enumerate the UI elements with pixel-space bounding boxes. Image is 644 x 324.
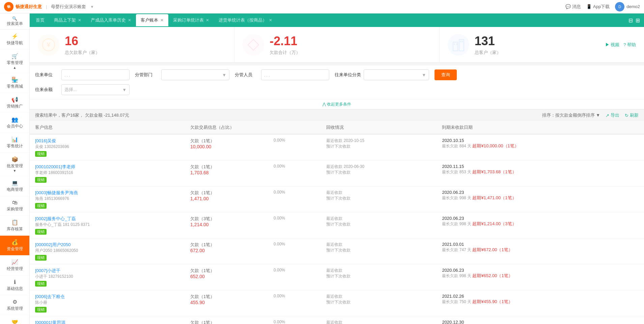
customer-name-link[interactable]: [000001]黄思源 xyxy=(35,320,179,324)
debt-amount-link[interactable]: 652.00 xyxy=(190,274,263,279)
customer-phone: 陈小册 xyxy=(35,300,179,305)
tabs-bar: 首页 商品上下架 ✕ 产成品入库单历史 ✕ 客户账本 ✕ 采购订单统计表 ✕ xyxy=(30,13,644,27)
customer-name-link[interactable]: [0016]吴俊 xyxy=(35,138,179,144)
sidebar-item-pifa[interactable]: 📦 批发管理 ▼ xyxy=(0,153,29,176)
sidebar-search[interactable]: 🔍 搜索菜单 xyxy=(0,13,29,30)
balance-select[interactable]: 选择... ▼ xyxy=(61,84,130,95)
customer-name-link[interactable]: [0007]小进干 xyxy=(35,268,179,274)
svg-marker-2 xyxy=(248,39,259,50)
tab-purchase-close[interactable]: ✕ xyxy=(206,18,209,23)
help-circle-icon: ? xyxy=(623,42,626,47)
overdue-amount-link[interactable]: 超期¥1,703.68（1笔） xyxy=(472,169,516,174)
sidebar-item-lingshouguan[interactable]: 🛒 零售管理 ▲ xyxy=(0,50,29,73)
results-actions: 排序：按欠款金额倒序排序 ▼ ↗ 导出 ↻ 刷新 xyxy=(542,112,639,118)
debt-amount-link[interactable]: 672.00 xyxy=(190,248,263,253)
customer-cell: [0001020001]李老师 李老师 18600391516 现销 xyxy=(30,160,185,186)
overdue-date: 2021.03.01 xyxy=(442,242,639,247)
tab-production[interactable]: 产成品入库单历史 ✕ xyxy=(86,14,136,26)
tab-home[interactable]: 首页 xyxy=(31,14,49,26)
customer-name-link[interactable]: [0003]畅捷服务尹海燕 xyxy=(35,190,179,196)
search-button[interactable]: 查询 xyxy=(435,69,457,80)
help-btn[interactable]: ? 帮助 xyxy=(623,42,636,48)
sidebar-label-dianshang: 电商管理 xyxy=(1,187,28,193)
overdue-amount-link[interactable]: 超期¥10,000.00（1笔） xyxy=(472,143,519,148)
money-icon: 💰 xyxy=(1,239,28,245)
stat-value-1: 16 xyxy=(65,34,100,48)
person-input[interactable]: ... xyxy=(261,69,329,80)
tab-purchase-stats[interactable]: 采购订单统计表 ✕ xyxy=(168,14,214,26)
debt-amount-link[interactable]: 10,000.00 xyxy=(190,144,263,149)
customer-name-link[interactable]: [0002]服务中心_丁磊 xyxy=(35,216,179,222)
status-badge: 现销 xyxy=(35,255,47,261)
debt-amount-link[interactable]: 1,703.68 xyxy=(190,170,263,175)
maximize-icon[interactable]: ⊞ xyxy=(636,17,640,24)
sidebar-item-kuaijie[interactable]: ⚡ 快捷导航 xyxy=(0,30,29,50)
minimize-icon[interactable]: ⊟ xyxy=(628,17,633,24)
message-btn[interactable]: 💬 消息 xyxy=(565,4,581,10)
svg-rect-8 xyxy=(462,41,463,42)
overdue-amount-link[interactable]: 超期¥455.90（1笔） xyxy=(472,299,512,304)
export-label: 导出 xyxy=(611,112,619,118)
table-row: [000001]黄思源 黄思源 13552700226 现销 欠款（1笔） 42… xyxy=(30,316,644,324)
collection-cell: 最近收款 预计下次收款 xyxy=(321,264,437,290)
tab-products[interactable]: 商品上下架 ✕ xyxy=(49,14,86,26)
user-avatar: D xyxy=(615,2,624,11)
category-select[interactable]: ▼ xyxy=(364,69,429,80)
sidebar-item-yingxiao[interactable]: 📢 营销推广 xyxy=(0,93,29,113)
collapse-more-btn[interactable]: ⋀ 收起更多条件 xyxy=(30,99,644,109)
tab-production-label: 产成品入库单历史 xyxy=(91,17,126,23)
tab-products-close[interactable]: ✕ xyxy=(78,18,81,23)
filter-label-person: 分管人员 xyxy=(235,72,258,78)
overdue-amount-link[interactable]: 超期¥672.00（1笔） xyxy=(472,247,512,252)
tab-customer-close[interactable]: ✕ xyxy=(160,18,164,23)
sort-value[interactable]: 按欠款金额倒序排序 ▼ xyxy=(555,113,600,118)
dept-select[interactable]: ▼ xyxy=(161,69,229,80)
customer-name-link[interactable]: [000002]用户2050 xyxy=(35,242,179,248)
svg-rect-7 xyxy=(460,41,461,42)
chart-icon: 📊 xyxy=(1,136,28,143)
sort-label: 排序：按欠款金额倒序排序 ▼ xyxy=(542,112,600,118)
export-btn[interactable]: ↗ 导出 xyxy=(606,112,619,118)
debt-info-cell: 欠款（1笔） 1,703.68 xyxy=(185,160,268,186)
sidebar-item-jingying[interactable]: 📈 经营管理 xyxy=(0,256,29,275)
tab-customer-account[interactable]: 客户账本 ✕ xyxy=(136,14,168,26)
collection-next: 预计下次收款 xyxy=(326,273,431,279)
export-icon: ↗ xyxy=(606,113,609,118)
customer-name-link[interactable]: [0006]去下粮仓 xyxy=(35,294,179,300)
sidebar-item-qiyext[interactable]: 🤝 企业协同 xyxy=(0,315,29,324)
user-area[interactable]: D demo2 xyxy=(615,2,640,11)
sidebar-item-kucun[interactable]: 📋 库存核算 xyxy=(0,216,29,236)
sidebar-item-xitong[interactable]: ⚙ 系统管理 xyxy=(0,295,29,315)
unit-input[interactable]: ... xyxy=(61,69,130,80)
tab-production-close[interactable]: ✕ xyxy=(128,18,131,23)
overdue-amount-link[interactable]: 超期¥652.00（1笔） xyxy=(472,273,512,278)
flash-icon: ⚡ xyxy=(1,33,28,39)
debt-info-cell: 欠款（1笔） 652.00 xyxy=(185,264,268,290)
sidebar-item-huiyuan[interactable]: 👥 会员中心 xyxy=(0,113,29,133)
refresh-btn[interactable]: ↻ 刷新 xyxy=(625,112,639,118)
debt-percent-cell: 0.00% xyxy=(268,290,321,316)
sidebar-item-jichuxx[interactable]: ℹ 基础信息 xyxy=(0,275,29,295)
debt-amount-link[interactable]: 1,471.00 xyxy=(190,196,263,201)
sidebar-item-lingshoutj[interactable]: 📊 零售统计 xyxy=(0,133,29,153)
overdue-amount-link[interactable]: 超期¥1,471.00（1笔） xyxy=(472,195,516,200)
sidebar-item-shangcheng[interactable]: 🏪 零售商城 xyxy=(0,73,29,93)
tab-incoming-stats[interactable]: 进货单统计表（按商品） ✕ xyxy=(214,14,277,26)
content-area: 首页 商品上下架 ✕ 产成品入库单历史 ✕ 客户账本 ✕ 采购订单统计表 ✕ xyxy=(30,13,644,324)
overdue-amount-link[interactable]: 超期¥1,214.00（3笔） xyxy=(472,221,516,226)
app-download-btn[interactable]: 📱 App下载 xyxy=(586,4,610,10)
debt-info-cell: 欠款（1笔） 1,471.00 xyxy=(185,186,268,212)
sidebar-item-dianshang[interactable]: 💻 电商管理 xyxy=(0,176,29,196)
customer-name-link[interactable]: [0001020001]李老师 xyxy=(35,164,179,170)
sidebar-item-zijin[interactable]: 💰 资金管理 xyxy=(0,236,29,256)
sidebar-label-lingshou: 零售管理 xyxy=(7,60,23,66)
debt-amount-link[interactable]: 1,214.00 xyxy=(190,222,263,227)
video-btn[interactable]: ▶ 视频 xyxy=(605,42,620,48)
collection-cell: 最近收款 预计下次收款 xyxy=(321,238,437,264)
svg-rect-3 xyxy=(453,42,458,51)
debt-amount-link[interactable]: 455.90 xyxy=(190,300,263,305)
sidebar-item-caigou[interactable]: 🛍 采购管理 xyxy=(0,196,29,216)
tab-incoming-close[interactable]: ✕ xyxy=(269,18,272,23)
debt-info-cell: 欠款（1笔） 10,000.00 xyxy=(185,134,268,160)
tabs-actions: ⊟ ⊞ xyxy=(628,17,643,24)
